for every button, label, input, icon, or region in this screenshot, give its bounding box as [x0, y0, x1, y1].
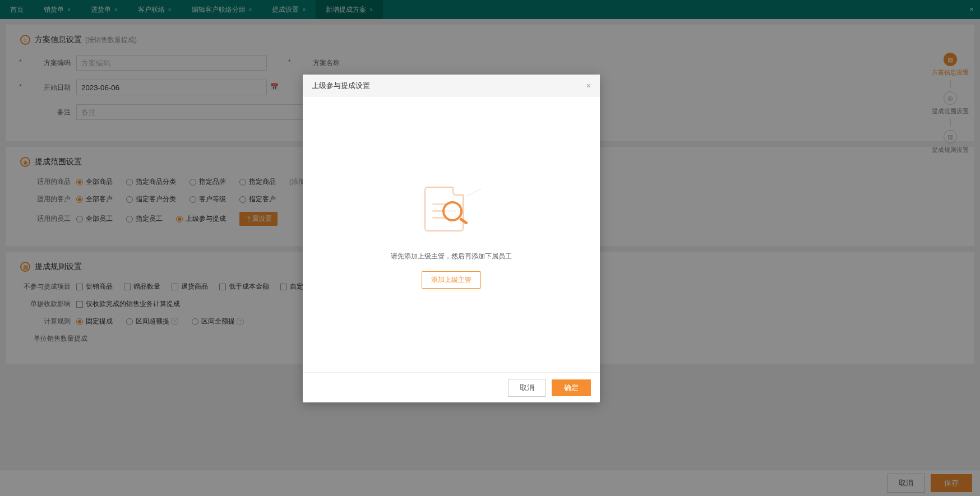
modal-body: 请先添加上级主管，然后再添加下属员工 添加上级主管	[303, 97, 600, 372]
modal-footer: 取消 确定	[303, 372, 600, 402]
close-icon[interactable]: ×	[586, 81, 591, 90]
modal-header: 上级参与提成设置 ×	[303, 75, 600, 97]
empty-text: 请先添加上级主管，然后再添加下属员工	[391, 252, 512, 261]
modal-title: 上级参与提成设置	[312, 81, 370, 91]
superior-commission-modal: 上级参与提成设置 × 请先添加上级主管，然后再添加下属员工 添加上级主管 取消 …	[303, 75, 600, 402]
empty-illustration	[418, 181, 485, 237]
add-superior-button[interactable]: 添加上级主管	[422, 271, 481, 289]
modal-cancel-button[interactable]: 取消	[508, 379, 546, 397]
magnifier-icon	[442, 201, 463, 221]
modal-ok-button[interactable]: 确定	[552, 379, 591, 396]
